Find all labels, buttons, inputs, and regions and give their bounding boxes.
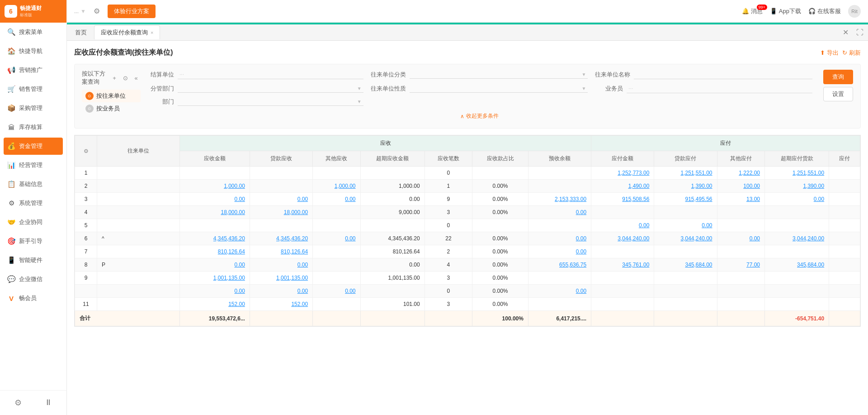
table-cell[interactable]: 345,761.00 [591, 258, 654, 272]
table-cell[interactable]: 0.00 [250, 193, 312, 206]
cell-link[interactable]: 0.00 [345, 235, 355, 242]
table-cell[interactable]: 3,044,240.00 [654, 232, 717, 245]
table-cell[interactable]: 0.00 [250, 285, 312, 298]
filter-nav-by-salesman[interactable]: ⊙ 按业务员 [82, 102, 141, 115]
table-cell[interactable] [528, 180, 591, 193]
cell-link[interactable]: 0.00 [750, 235, 760, 242]
cell-link[interactable]: 1,251,551.00 [680, 170, 712, 176]
cell-link[interactable]: 1,000.00 [335, 183, 356, 189]
cell-link[interactable]: 1,390.00 [691, 183, 712, 189]
table-cell[interactable] [765, 285, 829, 298]
table-cell[interactable] [313, 245, 360, 258]
table-cell[interactable]: 0.00 [180, 285, 250, 298]
sidebar-item-member[interactable]: V 畅会员 [0, 289, 66, 308]
sidebar-item-operation[interactable]: 📊 经营管理 [0, 156, 66, 175]
field-control-dept[interactable]: ▼ [178, 85, 363, 93]
cell-link[interactable]: 1,001,135.00 [276, 275, 308, 281]
table-cell[interactable]: 152.00 [250, 298, 312, 311]
cell-link[interactable]: 810,126.64 [218, 248, 245, 255]
cell-link[interactable]: 1,490.00 [628, 183, 650, 189]
cell-link[interactable]: 3,044,240.00 [793, 235, 824, 242]
field-control-settlement[interactable]: ··· [178, 70, 363, 79]
table-cell[interactable]: 0.00 [528, 285, 591, 298]
table-cell[interactable]: 152.00 [180, 298, 250, 311]
filter-nav-by-partner[interactable]: ⊙ 按往来单位 [82, 90, 141, 102]
settings-button[interactable]: 设置 [823, 87, 853, 101]
cell-link[interactable]: 100.00 [743, 183, 760, 189]
table-cell[interactable] [717, 245, 764, 258]
cell-link[interactable]: 2,153,333.00 [555, 196, 586, 202]
table-cell[interactable] [654, 245, 717, 258]
table-cell[interactable]: 0.00 [528, 245, 591, 258]
table-cell[interactable]: 0.00 [313, 285, 360, 298]
sidebar-item-sales[interactable]: 🛒 销售管理 [0, 80, 66, 99]
cell-link[interactable]: 0.00 [702, 222, 712, 229]
table-cell[interactable]: 1,001,135.00 [250, 272, 312, 285]
table-cell[interactable] [717, 219, 764, 232]
cell-link[interactable]: 0.00 [297, 288, 308, 294]
tab-expand-btn[interactable]: ⛶ [854, 26, 866, 39]
filter-collapse-btn[interactable]: ∧ 收起更多条件 [146, 110, 812, 123]
table-cell[interactable]: 100.00 [717, 180, 764, 193]
cell-link[interactable]: 915,508.56 [622, 196, 649, 202]
sidebar-collapse-btn[interactable]: ⏸ [35, 395, 62, 410]
table-cell[interactable] [180, 167, 250, 180]
table-settings-icon[interactable]: ⚙ [80, 145, 92, 157]
table-cell[interactable] [250, 219, 312, 232]
table-cell[interactable] [717, 272, 764, 285]
table-cell[interactable]: 345,684.00 [765, 258, 829, 272]
cell-link[interactable]: 0.00 [345, 288, 355, 294]
online-service-btn[interactable]: 🎧 在线客服 [808, 7, 841, 15]
refresh-btn[interactable]: ↻ 刷新 [842, 49, 861, 57]
field-control-salesman[interactable]: ··· [627, 84, 812, 93]
table-cell[interactable]: 0.00 [180, 193, 250, 206]
table-cell[interactable] [717, 206, 764, 219]
table-cell[interactable]: 0.00 [654, 219, 717, 232]
cell-link[interactable]: 4,345,436.20 [213, 235, 245, 242]
cell-link[interactable]: 1,001,135.00 [213, 275, 245, 281]
table-cell[interactable] [313, 258, 360, 272]
table-cell[interactable]: 0.00 [313, 193, 360, 206]
table-cell[interactable] [654, 298, 717, 311]
sidebar-item-system[interactable]: ⚙ 系统管理 [0, 194, 66, 213]
table-cell[interactable]: 0.00 [591, 219, 654, 232]
table-cell[interactable]: 1,000.00 [180, 180, 250, 193]
table-cell[interactable] [765, 245, 829, 258]
sidebar-item-corp[interactable]: 🤝 企业协同 [0, 213, 66, 232]
cell-link[interactable]: 345,684.00 [685, 262, 712, 268]
table-cell[interactable] [528, 167, 591, 180]
table-cell[interactable] [765, 298, 829, 311]
cell-link[interactable]: 13.00 [746, 196, 760, 202]
cell-link[interactable]: 0.00 [235, 196, 245, 202]
cell-link[interactable]: 0.00 [639, 222, 649, 229]
field-control-partner-nature[interactable]: ▼ [410, 85, 588, 93]
tab-home[interactable]: 首页 [69, 26, 93, 39]
table-cell[interactable]: 1,251,551.00 [765, 167, 829, 180]
sidebar-item-nav[interactable]: 🏠 快捷导航 [0, 42, 66, 61]
table-cell[interactable]: 18,000.00 [250, 206, 312, 219]
field-control-dept2[interactable]: ▼ [178, 98, 363, 106]
table-cell[interactable] [313, 167, 360, 180]
table-cell[interactable] [591, 285, 654, 298]
collapse-scheme-btn[interactable]: « [132, 73, 141, 82]
table-cell[interactable]: 1,490.00 [591, 180, 654, 193]
field-control-partner-name[interactable] [634, 70, 812, 79]
table-cell[interactable]: 18,000.00 [180, 206, 250, 219]
table-cell[interactable]: 0.00 [250, 258, 312, 272]
table-cell[interactable]: 13.00 [717, 193, 764, 206]
table-cell[interactable]: 0.00 [765, 193, 829, 206]
add-scheme-btn[interactable]: + [110, 73, 119, 82]
table-cell[interactable]: 1,251,551.00 [654, 167, 717, 180]
header-gear-btn[interactable]: ⚙ [90, 5, 103, 18]
table-cell[interactable]: 3,044,240.00 [591, 232, 654, 245]
cell-link[interactable]: 1,390.00 [803, 183, 824, 189]
table-cell[interactable] [591, 206, 654, 219]
table-cell[interactable]: 4,345,436.20 [180, 232, 250, 245]
table-settings-header[interactable]: ⚙ [75, 136, 97, 167]
table-cell[interactable]: 4,345,436.20 [250, 232, 312, 245]
messages-btn[interactable]: 🔔 消息 99+ [742, 7, 763, 15]
table-cell[interactable]: 0.00 [717, 232, 764, 245]
cell-link[interactable]: 1,222.00 [739, 170, 760, 176]
table-cell[interactable]: 1,000.00 [313, 180, 360, 193]
table-cell[interactable]: 655,636.75 [528, 258, 591, 272]
